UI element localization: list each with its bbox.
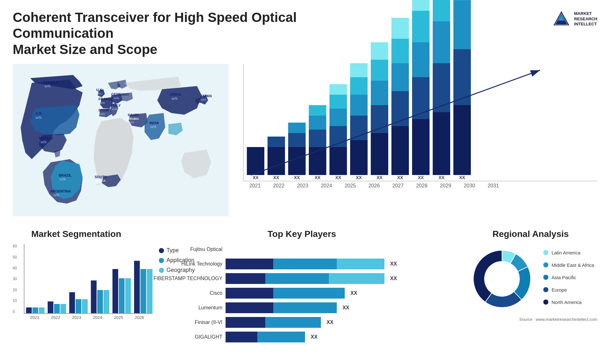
regional-title: Regional Analysis [464,229,597,239]
segmentation-title: Market Segmentation [13,229,140,239]
svg-text:CHINA: CHINA [170,92,181,96]
seg-y-labels: 0102030405060 [13,244,17,314]
segmentation-section: Market Segmentation 0102030405060 202120… [13,229,140,346]
player-row: FIBERSTAMP TECHNOLOGYXX [152,273,451,284]
player-bar-segment [257,332,305,342]
regional-legend-item: North America [543,300,594,305]
regional-legend-dot [543,250,548,255]
bar-segment [329,109,347,126]
bar-x-labels: 2021202220232024202520262027202820292030… [241,183,597,189]
y-label: 60 [13,244,17,248]
donut-segment [473,250,502,302]
svg-text:xx%: xx% [201,98,206,101]
bar-stack [309,105,326,175]
bar-segment [433,21,450,63]
player-bar [226,259,384,269]
seg-bars-container: 0102030405060 202120222023202420252026 [13,244,152,327]
bar-x-label: 2021 [246,183,264,189]
bar-x-label: 2026 [365,183,383,189]
bar-segment [412,42,430,77]
bar-segment [309,130,326,147]
bar-segment [391,91,409,126]
bar-segment [453,105,471,175]
player-bar-container [226,259,384,269]
regional-legend-dot [543,300,548,305]
player-bar [226,273,384,284]
svg-text:GERMANY: GERMANY [111,92,129,96]
y-label: 30 [13,277,17,281]
regional-legend-item: Latin America [543,250,594,255]
svg-text:xx%: xx% [41,140,47,144]
bar-group: XX [350,63,368,181]
bar-stack [288,123,306,175]
y-label: 20 [13,288,17,292]
regional-legend-label: North America [552,300,582,305]
svg-text:xx%: xx% [150,125,156,129]
svg-text:SOUTH: SOUTH [95,175,107,179]
players-list: Fujitsu OpticalHiLink TechnologyXXFIBERS… [152,244,451,342]
bar-group: XX [288,123,306,181]
player-bar-segment [329,273,384,284]
svg-text:MEXICO: MEXICO [39,136,53,140]
bar-segment [391,39,409,63]
svg-text:U.S.: U.S. [36,111,42,115]
title-line2: Market Size and Scope [13,42,157,57]
regional-legend: Latin AmericaMiddle East & AfricaAsia Pa… [543,250,594,308]
y-label: 40 [13,266,17,270]
logo-text: MARKET RESEARCH INTELLECT [574,11,597,27]
svg-text:xx%: xx% [99,112,105,116]
seg-bar-single [147,269,152,313]
regional-content: Latin AmericaMiddle East & AfricaAsia Pa… [464,244,597,314]
regional-analysis-section: Regional Analysis Latin AmericaMiddle Ea… [464,229,597,346]
player-row: Finisar (II-VIXX [152,317,451,328]
player-value: XX [311,334,317,340]
bar-segment [433,112,450,175]
bar-value-label: XX [418,175,424,180]
player-bar-segment [265,273,329,284]
bar-segment [329,126,347,147]
player-bar-segment [273,288,345,299]
regional-legend-dot [543,262,548,267]
bar-stack [247,147,264,175]
bar-segment [391,18,409,39]
main-content: CANADA xx% U.S. xx% MEXICO xx% BRAZIL xx… [13,64,597,223]
seg-bar-single [48,301,53,313]
player-row: HiLink TechnologyXX [152,259,451,269]
svg-text:xx%: xx% [129,121,134,124]
bar-group: XX [453,0,471,181]
bar-segment [288,123,306,133]
seg-bar-single [125,278,131,313]
player-value: XX [390,276,397,281]
svg-text:xx%: xx% [53,193,59,197]
bar-value-label: XX [397,175,403,180]
bar-stack [412,0,430,175]
bar-group: XX [371,42,388,181]
svg-text:xx%: xx% [172,97,178,100]
bar-group: XX [433,0,450,181]
donut-svg [467,244,537,314]
key-players-title: Top Key Players [152,229,451,239]
bar-x-label: 2022 [270,183,288,189]
bar-segment [371,60,388,81]
seg-bar-group [134,261,152,313]
bar-segment [371,133,388,175]
seg-bar-single [134,261,140,313]
bar-segment [433,0,450,21]
svg-text:JAPAN: JAPAN [200,94,212,98]
key-players-section: Top Key Players Fujitsu OpticalHiLink Te… [152,229,451,346]
bar-segment [350,77,368,95]
bar-group: XX [247,147,264,181]
bar-x-label: 2025 [342,183,359,189]
bar-segment [371,81,388,105]
y-label: 50 [13,255,17,260]
bar-group: XX [329,84,347,181]
regional-legend-label: Latin America [552,250,580,255]
player-bar-container [226,332,305,342]
bar-value-label: XX [315,175,321,180]
player-row: Fujitsu Optical [152,244,451,255]
bar-segment [371,42,388,60]
seg-bar-inner [24,244,152,314]
y-label: 10 [13,299,17,303]
seg-x-label: 2026 [130,315,149,320]
bar-stack [433,0,450,175]
